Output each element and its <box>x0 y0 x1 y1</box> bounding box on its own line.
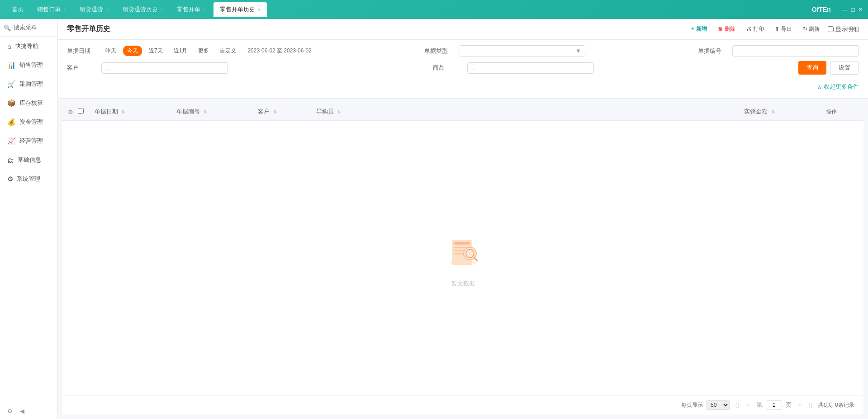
query-button[interactable]: 查询 <box>798 61 826 75</box>
sidebar-icon-quick-nav: ⌂ <box>7 42 11 50</box>
sidebar-item-purchase-mgmt[interactable]: 🛒采购管理 <box>0 75 57 94</box>
date-btn-today[interactable]: 今天 <box>123 46 142 56</box>
sidebar-item-basic-info[interactable]: 🗂基础信息 <box>0 151 57 169</box>
date-btn-last7[interactable]: 近7天 <box>145 46 167 56</box>
sidebar-label-ops-mgmt: 经营管理 <box>19 137 43 145</box>
tab-close-sales-order[interactable]: × <box>63 7 66 12</box>
tab-label-retail-open: 零售开单 <box>177 5 200 14</box>
col-customer-sort-icon[interactable]: ⇅ <box>273 109 277 114</box>
customer-select[interactable]: ... <box>101 62 228 74</box>
svg-rect-2 <box>454 242 470 245</box>
sidebar-item-sys-mgmt[interactable]: ⚙系统管理 <box>0 169 57 188</box>
tab-close-sales-return[interactable]: × <box>106 7 109 12</box>
table-col-guide: 导购员 ⇅ <box>311 103 381 121</box>
next-page-btn[interactable]: ＞ <box>795 400 805 410</box>
sidebar-item-sales-mgmt[interactable]: 📊销售管理 <box>0 56 57 75</box>
col-sn-label: 单据编号 <box>176 108 200 115</box>
maximize-btn[interactable]: □ <box>851 6 855 13</box>
date-btn-yesterday[interactable]: 昨天 <box>101 46 120 56</box>
sidebar-item-finance-mgmt[interactable]: 💰资金管理 <box>0 113 57 132</box>
empty-icon <box>441 229 486 274</box>
sidebar: 🔍 搜索采单 ⌂快捷导航📊销售管理🛒采购管理📦库存核算💰资金管理📈经营管理🗂基础… <box>0 19 58 419</box>
col-amount-sort-icon[interactable]: ⇅ <box>771 109 775 114</box>
close-btn[interactable]: × <box>859 5 863 14</box>
tab-label-home: 首页 <box>12 5 24 14</box>
col-date-sort-icon[interactable]: ⇅ <box>121 109 125 114</box>
top-bar: 首页销售订单×销货退货×销货退货历史×零售开单×零售开单历史× OfTEn — … <box>0 0 868 19</box>
window-controls: OfTEn — □ × <box>812 5 863 14</box>
search-icon: 🔍 <box>4 24 11 31</box>
tab-label-retail-open-history: 零售开单历史 <box>220 5 255 14</box>
add-button[interactable]: + 新增 <box>688 24 709 35</box>
customer-label: 客户 <box>67 64 94 72</box>
tab-retail-open-history[interactable]: 零售开单历史× <box>213 2 267 17</box>
date-btn-custom[interactable]: 自定义 <box>216 46 240 56</box>
date-btn-last1m[interactable]: 近1月 <box>170 46 192 56</box>
sidebar-icon-sales-mgmt: 📊 <box>7 61 16 69</box>
tab-sales-return-history[interactable]: 销货退货历史× <box>116 2 170 17</box>
product-select[interactable]: ... <box>467 62 594 74</box>
sidebar-search[interactable]: 🔍 搜索采单 <box>0 19 57 37</box>
settings-icon[interactable]: ⚙ <box>7 408 13 414</box>
sidebar-icon-stock-calc: 📦 <box>7 99 16 107</box>
table-wrap: ⚙ 单据日期 ⇅ 单据编号 ⇅ <box>62 103 863 414</box>
collapse-icon[interactable]: ◀ <box>20 408 24 414</box>
export-button[interactable]: ⬆ 导出 <box>772 24 794 35</box>
svg-line-8 <box>474 258 477 261</box>
sidebar-item-quick-nav[interactable]: ⌂快捷导航 <box>0 37 57 56</box>
sidebar-item-ops-mgmt[interactable]: 📈经营管理 <box>0 132 57 151</box>
page-title: 零售开单历史 <box>67 24 110 34</box>
show-detail-toggle[interactable]: 显示明细 <box>828 25 859 33</box>
type-arrow-icon: ▼ <box>575 47 581 54</box>
settings-button[interactable]: 设置 <box>830 61 859 75</box>
collapse-button[interactable]: ∧ 收起更多条件 <box>817 83 859 91</box>
product-placeholder: ... <box>471 65 590 71</box>
refresh-button[interactable]: ↻ 刷新 <box>800 24 822 35</box>
print-button[interactable]: 🖨 打印 <box>744 24 767 35</box>
product-label: 商品 <box>433 64 460 72</box>
page-header: 零售开单历史 + 新增 🗑 删除 🖨 打印 ⬆ 导出 ↻ 刷新 显示明细 <box>58 19 868 40</box>
first-page-btn[interactable]: ⟨⟨ <box>733 401 741 410</box>
last-page-btn[interactable]: ⟩⟩ <box>806 401 815 410</box>
tab-sales-return[interactable]: 销货退货× <box>73 2 115 17</box>
type-select[interactable]: ▼ <box>459 45 585 56</box>
empty-state: 暂无数据 <box>62 121 863 395</box>
sidebar-label-stock-calc: 库存核算 <box>19 99 43 107</box>
tab-close-sales-return-history[interactable]: × <box>161 7 163 12</box>
date-buttons: 昨天今天近7天近1月更多自定义 <box>101 46 240 56</box>
sidebar-item-stock-calc[interactable]: 📦库存核算 <box>0 94 57 113</box>
minimize-btn[interactable]: — <box>842 6 848 13</box>
table-col-customer: 客户 ⇅ <box>252 103 311 121</box>
sidebar-icon-basic-info: 🗂 <box>7 156 14 164</box>
table-col-sn: 单据编号 ⇅ <box>171 103 253 121</box>
col-guide-label: 导购员 <box>316 108 334 115</box>
filter-area: 单据日期 昨天今天近7天近1月更多自定义 2023-06-02 至 2023-0… <box>58 40 868 99</box>
date-btn-more[interactable]: 更多 <box>194 46 213 56</box>
tab-close-retail-open-history[interactable]: × <box>258 7 261 12</box>
empty-text: 暂无数据 <box>451 279 475 287</box>
delete-button[interactable]: 🗑 删除 <box>715 24 738 35</box>
total-text: 共0页, 0条记录 <box>818 401 854 409</box>
select-all-checkbox[interactable] <box>78 108 84 114</box>
tab-home[interactable]: 首页 <box>5 2 30 17</box>
tab-sales-order[interactable]: 销售订单× <box>31 2 72 17</box>
tab-close-retail-open[interactable]: × <box>203 7 206 12</box>
show-detail-checkbox[interactable] <box>828 26 834 32</box>
col-sn-sort-icon[interactable]: ⇅ <box>203 109 207 114</box>
sn-label: 单据编号 <box>698 47 725 55</box>
page-input[interactable] <box>766 400 782 410</box>
tab-retail-open[interactable]: 零售开单× <box>171 2 212 17</box>
sn-input[interactable] <box>732 45 859 56</box>
prev-page-btn[interactable]: ＜ <box>743 400 753 410</box>
type-label: 单据类型 <box>424 47 451 55</box>
col-guide-sort-icon[interactable]: ⇅ <box>337 109 341 114</box>
per-page-label: 每页显示 <box>681 401 703 409</box>
per-page-select[interactable]: 50 10 20 100 <box>707 400 730 410</box>
settings-col-icon[interactable]: ⚙ <box>68 108 73 115</box>
app-title: OfTEn <box>812 6 831 13</box>
sidebar-icon-purchase-mgmt: 🛒 <box>7 80 16 88</box>
tab-label-sales-return: 销货退货 <box>80 5 103 14</box>
page-suffix: 页 <box>784 400 793 410</box>
sidebar-label-purchase-mgmt: 采购管理 <box>19 80 43 88</box>
table-col-spacer <box>381 103 739 121</box>
